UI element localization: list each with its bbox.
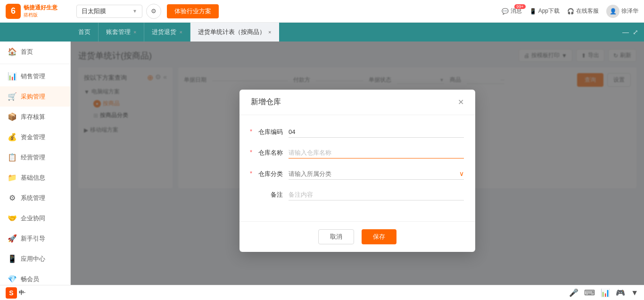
tab-purchase-stats-close[interactable]: × <box>268 29 271 35</box>
sidebar-label-sales: 销售管理 <box>21 72 45 81</box>
enterprise-icon: 🤝 <box>8 214 17 223</box>
modal-add-warehouse: 新增仓库 ✕ 仓库编码 仓库名称 仓库分类 <box>239 90 475 252</box>
category-label: 仓库分类 <box>251 170 289 178</box>
message-badge: 99+ <box>514 4 525 9</box>
tab-minimize-icon[interactable]: — <box>622 28 629 36</box>
top-header: 6 畅捷通好生意 搭档版 日太阳膜 ▼ ⚙ 体验行业方案 💬 消息 99+ 📱 … <box>0 0 644 23</box>
gamepad-icon[interactable]: 🎮 <box>616 288 625 297</box>
cancel-button[interactable]: 取消 <box>318 229 354 244</box>
tab-purchase-return-label: 进货退货 <box>152 28 176 36</box>
store-selector[interactable]: 日太阳膜 ▼ <box>76 5 142 18</box>
sidebar-label-vip: 畅会员 <box>21 275 39 283</box>
main-layout: 🏠 首页 📊 销售管理 🛒 采购管理 📦 库存核算 💰 资金管理 📋 经营管理 … <box>0 42 644 300</box>
modal-close-button[interactable]: ✕ <box>458 98 464 107</box>
chart-icon[interactable]: 📊 <box>601 288 610 297</box>
note-input[interactable] <box>289 189 464 200</box>
sidebar-item-system[interactable]: ⚙ 系统管理 <box>0 188 70 208</box>
phone-icon: 📱 <box>529 8 537 15</box>
sidebar-label-basic-info: 基础信息 <box>21 174 45 182</box>
sidebar-label-system: 系统管理 <box>21 194 45 202</box>
modal-body: 仓库编码 仓库名称 仓库分类 ∨ <box>239 115 475 221</box>
form-row-note: 备注 <box>251 189 464 200</box>
sidebar-label-guide: 新手引导 <box>21 234 45 243</box>
message-item[interactable]: 💬 消息 99+ <box>502 7 522 15</box>
category-select[interactable]: ∨ <box>289 168 464 180</box>
sidebar-item-app[interactable]: 📱 应用中心 <box>0 249 70 269</box>
logo-area: 6 畅捷通好生意 搭档版 <box>6 4 76 19</box>
category-dropdown-icon: ∨ <box>459 170 464 177</box>
brand-text: 中· <box>19 289 25 296</box>
gear-button[interactable]: ⚙ <box>146 4 161 19</box>
tab-purchase-return-close[interactable]: × <box>179 29 182 35</box>
online-service-item[interactable]: 🎧 在线客服 <box>567 7 599 15</box>
content-area: 进货单统计(按商品) 🖨 按模板打印 ▼ ⬆ 导出 ↻ 刷新 <box>71 42 644 300</box>
brand-area: S 中· <box>6 287 25 299</box>
user-item[interactable]: 👤 徐泽华 <box>606 5 638 18</box>
sidebar-label-finance: 资金管理 <box>21 133 45 142</box>
sidebar-item-basic-info[interactable]: 📁 基础信息 <box>0 167 70 188</box>
save-button[interactable]: 保存 <box>362 229 396 244</box>
sidebar-item-guide[interactable]: 🚀 新手引导 <box>0 228 70 249</box>
form-row-name: 仓库名称 <box>251 147 464 158</box>
sidebar-label-enterprise: 企业协同 <box>21 214 45 223</box>
sidebar-item-enterprise[interactable]: 🤝 企业协同 <box>0 208 70 228</box>
tab-expand-icon[interactable]: ⤢ <box>633 28 638 36</box>
tab-account-label: 账套管理 <box>106 28 131 36</box>
tab-bar: 首页 账套管理 × 进货退货 × 进货单统计表（按商品） × — ⤢ <box>0 23 644 42</box>
divider-1 <box>0 64 70 64</box>
brand-logo: S <box>6 287 17 299</box>
sidebar-item-operations[interactable]: 📋 经营管理 <box>0 147 70 167</box>
tab-purchase-return[interactable]: 进货退货 × <box>144 23 190 42</box>
category-input[interactable] <box>289 170 459 177</box>
sidebar-label-app: 应用中心 <box>21 255 45 263</box>
sidebar-item-finance[interactable]: 💰 资金管理 <box>0 127 70 147</box>
logo-text: 畅捷通好生意 搭档版 <box>24 4 58 18</box>
name-input[interactable] <box>289 147 464 158</box>
modal-overlay: 新增仓库 ✕ 仓库编码 仓库名称 仓库分类 <box>71 42 644 300</box>
app-download-label: App下载 <box>538 7 560 15</box>
form-row-category: 仓库分类 ∨ <box>251 168 464 180</box>
trial-button[interactable]: 体验行业方案 <box>167 4 219 18</box>
purchase-icon: 🛒 <box>8 92 17 101</box>
modal-header: 新增仓库 ✕ <box>239 90 475 115</box>
keyboard-icon[interactable]: ⌨ <box>584 288 595 297</box>
header-right: 💬 消息 99+ 📱 App下载 🎧 在线客服 👤 徐泽华 <box>502 5 638 18</box>
sidebar-label-purchase: 采购管理 <box>21 92 45 101</box>
tab-account-close[interactable]: × <box>133 29 136 35</box>
sidebar: 🏠 首页 📊 销售管理 🛒 采购管理 📦 库存核算 💰 资金管理 📋 经营管理 … <box>0 42 71 300</box>
modal-footer: 取消 保存 <box>239 221 475 252</box>
tab-purchase-stats[interactable]: 进货单统计表（按商品） × <box>190 23 279 42</box>
name-label: 仓库名称 <box>251 149 289 157</box>
sidebar-item-sales[interactable]: 📊 销售管理 <box>0 66 70 86</box>
tab-home[interactable]: 首页 <box>71 23 99 42</box>
vip-icon: 💎 <box>8 275 17 283</box>
microphone-icon[interactable]: 🎤 <box>569 288 578 297</box>
chevron-down-icon: ▼ <box>132 8 137 14</box>
tab-home-label: 首页 <box>78 28 91 36</box>
store-name: 日太阳膜 <box>82 7 131 16</box>
tab-actions: — ⤢ <box>622 28 644 36</box>
sidebar-item-inventory[interactable]: 📦 库存核算 <box>0 107 70 127</box>
operations-icon: 📋 <box>8 153 17 162</box>
system-icon: ⚙ <box>8 193 17 202</box>
guide-icon: 🚀 <box>8 234 17 243</box>
sidebar-item-home[interactable]: 🏠 首页 <box>0 42 70 62</box>
user-name: 徐泽华 <box>621 7 638 15</box>
avatar: 👤 <box>606 5 619 18</box>
app-download-item[interactable]: 📱 App下载 <box>529 7 560 15</box>
sales-icon: 📊 <box>8 72 17 81</box>
modal-title: 新增仓库 <box>251 97 281 107</box>
tab-purchase-stats-label: 进货单统计表（按商品） <box>198 28 265 36</box>
app-icon: 📱 <box>8 254 17 263</box>
inventory-icon: 📦 <box>8 112 17 121</box>
sidebar-label-inventory: 库存核算 <box>21 113 45 121</box>
sidebar-label-operations: 经营管理 <box>21 153 45 162</box>
tab-account[interactable]: 账套管理 × <box>99 23 144 42</box>
sidebar-item-purchase[interactable]: 🛒 采购管理 <box>0 86 70 107</box>
code-input[interactable] <box>289 126 464 138</box>
note-label: 备注 <box>251 191 289 199</box>
finance-icon: 💰 <box>8 133 17 142</box>
message-icon: 💬 <box>502 8 509 15</box>
headset-icon: 🎧 <box>567 8 574 15</box>
arrow-down-icon[interactable]: ▼ <box>631 289 638 297</box>
